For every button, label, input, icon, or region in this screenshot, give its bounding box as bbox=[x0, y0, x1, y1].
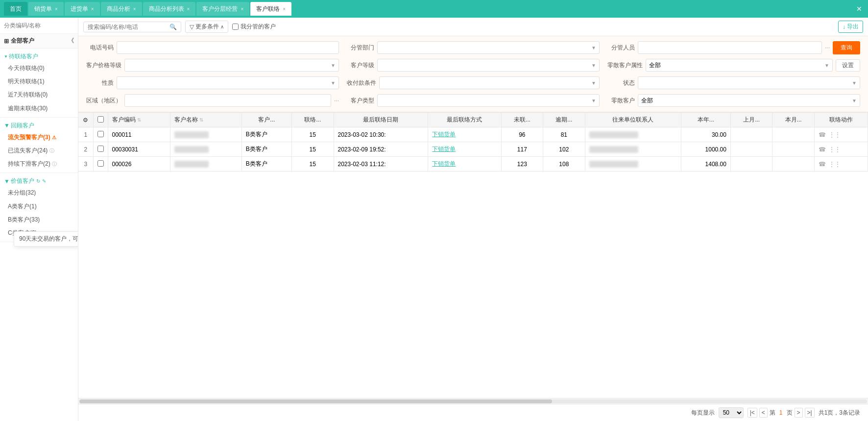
sidebar-item-ungrouped[interactable]: 未分组(32) bbox=[0, 186, 78, 199]
first-page-button[interactable]: |< bbox=[747, 408, 757, 418]
filter-dept-select[interactable]: ▼ bbox=[377, 41, 600, 54]
more-filter-button[interactable]: ▽ 更多条件 ∧ bbox=[185, 21, 228, 33]
th-level[interactable]: 客户... bbox=[241, 113, 291, 127]
row-checkbox[interactable] bbox=[97, 160, 104, 167]
cell-this-month bbox=[772, 157, 815, 172]
horizontal-scrollbar[interactable] bbox=[78, 398, 868, 404]
sidebar-item-7days[interactable]: 近7天待联络(0) bbox=[0, 88, 78, 101]
sidebar-item-tomorrow[interactable]: 明天待联络(1) bbox=[0, 75, 78, 88]
last-method-link[interactable]: 下销货单 bbox=[432, 160, 456, 167]
sidebar-item-churn-warning[interactable]: 流失预警客户(3) ⚠ bbox=[0, 131, 78, 144]
sidebar-section-pending-title[interactable]: ▼ 待联络客户 bbox=[0, 50, 78, 62]
last-method-link[interactable]: 下销货单 bbox=[432, 146, 456, 152]
settings-button[interactable]: 设置 bbox=[836, 59, 860, 72]
tab-analysis-list-close[interactable]: × bbox=[187, 6, 190, 12]
th-last-method[interactable]: 最后联络方式 bbox=[428, 113, 501, 127]
sidebar-section-review-title[interactable]: ▼ 回顾客户 bbox=[0, 120, 78, 131]
filter-region-input[interactable] bbox=[124, 94, 331, 107]
filter-status-select[interactable]: ▼ bbox=[638, 76, 860, 89]
filter-manager-dots[interactable]: ··· bbox=[825, 44, 830, 51]
action-more-icon[interactable]: ⋮⋮ bbox=[829, 146, 841, 153]
tab-analysis[interactable]: 商品分析 × bbox=[101, 2, 142, 16]
tab-customer-segment[interactable]: 客户分层经营 × bbox=[196, 2, 249, 16]
scrollbar-thumb[interactable] bbox=[79, 399, 552, 403]
select-all-checkbox[interactable] bbox=[97, 116, 104, 123]
cell-last-method[interactable]: 下销货单 bbox=[428, 142, 501, 157]
filter-nature-select[interactable]: ▼ bbox=[117, 76, 339, 89]
th-unlinked[interactable]: 未联... bbox=[501, 113, 543, 127]
cell-checkbox[interactable] bbox=[93, 157, 108, 172]
last-method-link[interactable]: 下销货单 bbox=[432, 131, 456, 138]
th-contact-person[interactable]: 往来单位联系人 bbox=[585, 113, 681, 127]
sidebar-item-overdue[interactable]: 逾期未联络(30) bbox=[0, 102, 78, 115]
sidebar-item-today[interactable]: 今天待联络(0) bbox=[0, 62, 78, 75]
sidebar-search-input[interactable] bbox=[4, 22, 77, 29]
tab-analysis-close[interactable]: × bbox=[133, 6, 136, 12]
filter-manager-input[interactable] bbox=[638, 41, 822, 54]
th-last-month[interactable]: 上月... bbox=[730, 113, 772, 127]
data-table: ⚙ 客户编码 ⇅ 客户名称 bbox=[78, 112, 868, 172]
th-settings[interactable]: ⚙ bbox=[78, 113, 93, 127]
filter-customer-type-select[interactable]: ▼ bbox=[377, 94, 600, 107]
filter-retail-select[interactable]: 全部 ▼ bbox=[638, 94, 860, 107]
tab-sales[interactable]: 销货单 × bbox=[28, 2, 64, 16]
action-more-icon[interactable]: ⋮⋮ bbox=[829, 131, 841, 138]
row-checkbox[interactable] bbox=[97, 146, 104, 152]
tab-home[interactable]: 首页 bbox=[4, 2, 27, 16]
cell-checkbox[interactable] bbox=[93, 127, 108, 142]
filter-price-level-select[interactable]: ▼ bbox=[124, 59, 339, 72]
cell-checkbox[interactable] bbox=[93, 142, 108, 157]
tab-sales-close[interactable]: × bbox=[55, 6, 58, 12]
action-phone-icon[interactable]: ☎ bbox=[819, 146, 826, 153]
toolbar-search-icon[interactable]: 🔍 bbox=[169, 24, 177, 30]
tab-customer-contact[interactable]: 客户联络 × bbox=[250, 2, 291, 16]
query-button[interactable]: 查询 bbox=[833, 41, 860, 54]
th-name[interactable]: 客户名称 ⇅ bbox=[170, 113, 241, 127]
filter-region-dots[interactable]: ··· bbox=[334, 97, 339, 104]
window-close-button[interactable]: ✕ bbox=[854, 3, 864, 15]
tab-purchase-close[interactable]: × bbox=[91, 6, 94, 12]
filter-payment-label: 收付款条件 bbox=[347, 79, 376, 87]
next-page-button[interactable]: > bbox=[795, 408, 803, 418]
export-button[interactable]: ↓ 导出 bbox=[838, 21, 863, 33]
sidebar-item-class-b[interactable]: B类客户(33) bbox=[0, 213, 78, 226]
edit-icon[interactable]: ✎ bbox=[42, 178, 46, 184]
tab-analysis-list[interactable]: 商品分析列表 × bbox=[143, 2, 196, 16]
tab-customer-contact-close[interactable]: × bbox=[283, 6, 286, 12]
sidebar-section-value-title[interactable]: ▼ 价值客户 ↻ ✎ bbox=[0, 175, 78, 186]
sidebar-all-customers[interactable]: ⊞ 全部客户 《 bbox=[0, 34, 78, 49]
action-phone-icon[interactable]: ☎ bbox=[819, 131, 826, 138]
th-code[interactable]: 客户编码 ⇅ bbox=[108, 113, 170, 127]
th-this-year[interactable]: 本年... bbox=[681, 113, 730, 127]
row-checkbox[interactable] bbox=[97, 131, 104, 137]
refresh-icon[interactable]: ↻ bbox=[36, 178, 40, 184]
page-size-select[interactable]: 50 100 200 bbox=[719, 407, 744, 418]
my-customer-checkbox-label[interactable]: 我分管的客户 bbox=[232, 23, 276, 31]
th-name-label: 客户名称 bbox=[174, 116, 198, 124]
action-more-icon[interactable]: ⋮⋮ bbox=[829, 161, 841, 168]
th-last-date-label: 最后联络日期 bbox=[363, 116, 398, 123]
cell-last-method[interactable]: 下销货单 bbox=[428, 157, 501, 172]
export-label: 导出 bbox=[847, 23, 859, 31]
filter-retail-attr-select[interactable]: 全部 ▼ bbox=[646, 59, 833, 72]
tab-customer-segment-close[interactable]: × bbox=[241, 6, 243, 12]
sidebar-item-declining[interactable]: 持续下滑客户(2) ⓘ bbox=[0, 157, 78, 171]
th-contact[interactable]: 联络... bbox=[292, 113, 334, 127]
action-phone-icon[interactable]: ☎ bbox=[819, 161, 826, 168]
prev-page-button[interactable]: < bbox=[759, 408, 768, 418]
th-overdue[interactable]: 逾期... bbox=[543, 113, 585, 127]
toolbar-search-input[interactable] bbox=[88, 24, 168, 30]
last-page-button[interactable]: >| bbox=[805, 408, 815, 418]
cell-last-method[interactable]: 下销货单 bbox=[428, 127, 501, 142]
th-this-month[interactable]: 本月... bbox=[772, 113, 815, 127]
sidebar-item-lost[interactable]: 已流失客户(24) ⓘ bbox=[0, 144, 78, 157]
sidebar-item-class-a[interactable]: A类客户(1) bbox=[0, 200, 78, 213]
tab-purchase[interactable]: 进货单 × bbox=[65, 2, 100, 16]
my-customer-checkbox[interactable] bbox=[232, 24, 239, 30]
filter-phone-input[interactable] bbox=[117, 41, 339, 54]
filter-payment-select[interactable]: ▼ bbox=[379, 76, 600, 89]
filter-row-manager: 分管人员 ··· 查询 bbox=[607, 40, 860, 55]
th-last-date[interactable]: 最后联络日期 bbox=[334, 113, 428, 127]
th-checkbox[interactable] bbox=[93, 113, 108, 127]
filter-customer-level-select[interactable]: ▼ bbox=[377, 59, 600, 72]
